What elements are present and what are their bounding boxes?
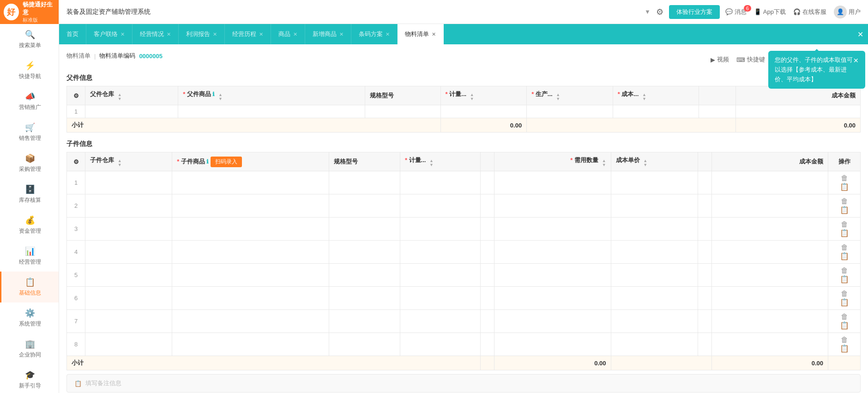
delete-icon[interactable]: 🗑 xyxy=(841,174,848,182)
delete-icon[interactable]: 🗑 xyxy=(841,197,848,205)
cell-qty[interactable] xyxy=(494,287,611,310)
copy-icon[interactable]: 📋 xyxy=(840,229,849,237)
sidebar-item-inventory[interactable]: 🗄️ 库存核算 xyxy=(0,179,59,210)
copy-icon[interactable]: 📋 xyxy=(840,183,849,191)
cell-product[interactable] xyxy=(178,105,365,118)
cell-product[interactable] xyxy=(172,264,329,287)
cell-spec[interactable] xyxy=(365,105,440,118)
copy-icon[interactable]: 📋 xyxy=(840,206,849,214)
cell-spec[interactable] xyxy=(329,264,400,287)
cell-product[interactable] xyxy=(172,333,329,356)
cell-qty[interactable] xyxy=(494,333,611,356)
cell-spec[interactable] xyxy=(329,287,400,310)
cell-unit-price[interactable] xyxy=(611,333,698,356)
cell-warehouse[interactable] xyxy=(85,218,172,241)
view-action[interactable]: ▶ 视频 xyxy=(711,55,729,64)
tooltip-close-button[interactable]: ✕ xyxy=(853,55,859,66)
cell-unit-price[interactable] xyxy=(611,218,698,241)
tab-home[interactable]: 首页 xyxy=(59,24,86,44)
cell-product[interactable] xyxy=(172,171,329,194)
settings-icon[interactable]: ⚙ xyxy=(656,7,663,17)
copy-icon[interactable]: 📋 xyxy=(840,321,849,329)
cell-unit[interactable] xyxy=(400,171,481,194)
sidebar-item-sales[interactable]: 🛒 销售管理 xyxy=(0,117,59,148)
cell-unit-price[interactable] xyxy=(611,241,698,264)
message-button[interactable]: 💬 消息 6 xyxy=(725,8,747,16)
cell-unit[interactable] xyxy=(400,241,481,264)
cell-warehouse[interactable] xyxy=(85,105,178,118)
cell-unit-price[interactable] xyxy=(611,264,698,287)
cell-warehouse[interactable] xyxy=(85,171,172,194)
close-icon[interactable]: ✕ xyxy=(121,31,125,37)
cell-unit-price[interactable] xyxy=(611,171,698,194)
cell-unit[interactable] xyxy=(400,310,481,333)
delete-icon[interactable]: 🗑 xyxy=(841,290,848,297)
app-download-button[interactable]: 📱 App下载 xyxy=(754,8,786,16)
sidebar-item-basic-info[interactable]: 📋 基础信息 xyxy=(0,272,59,302)
sidebar-item-system[interactable]: ⚙️ 系统管理 xyxy=(0,302,59,333)
cell-unit[interactable] xyxy=(400,287,481,310)
delete-icon[interactable]: 🗑 xyxy=(841,243,848,251)
cell-qty[interactable] xyxy=(494,241,611,264)
scan-input-button[interactable]: 扫码录入 xyxy=(211,157,242,167)
cell-warehouse[interactable] xyxy=(85,333,172,356)
cell-spec[interactable] xyxy=(329,218,400,241)
sidebar-item-operations[interactable]: 📊 经营管理 xyxy=(0,241,59,272)
remark-text[interactable]: 填写备注信息 xyxy=(85,379,121,387)
tab-history[interactable]: 经营历程 ✕ xyxy=(225,24,271,44)
sidebar-item-quick-nav[interactable]: ⚡ 快捷导航 xyxy=(0,55,59,86)
cell-qty[interactable] xyxy=(494,194,611,218)
cell-warehouse[interactable] xyxy=(85,264,172,287)
cell-unit[interactable] xyxy=(400,264,481,287)
cell-unit[interactable] xyxy=(400,194,481,218)
user-menu[interactable]: 👤 用户 xyxy=(834,6,861,18)
cell-product[interactable] xyxy=(172,310,329,333)
tab-operations[interactable]: 经营情况 ✕ xyxy=(133,24,179,44)
delete-icon[interactable]: 🗑 xyxy=(841,266,848,274)
cell-spec[interactable] xyxy=(329,171,400,194)
cell-spec[interactable] xyxy=(329,310,400,333)
tab-bom[interactable]: 物料清单 ✕ xyxy=(398,24,444,44)
close-icon[interactable]: ✕ xyxy=(259,31,263,37)
cell-unit[interactable] xyxy=(400,218,481,241)
tab-barcode[interactable]: 条码方案 ✕ xyxy=(351,24,398,44)
shortcut-action[interactable]: ⌨ 快捷键 xyxy=(736,55,765,64)
cell-spec[interactable] xyxy=(329,241,400,264)
tab-profit[interactable]: 利润报告 ✕ xyxy=(179,24,225,44)
sidebar-item-marketing[interactable]: 📣 营销推广 xyxy=(0,86,59,117)
close-icon[interactable]: ✕ xyxy=(386,31,390,37)
close-icon[interactable]: ✕ xyxy=(293,31,297,37)
sidebar-item-guide[interactable]: 🎓 新手引导 xyxy=(0,364,59,393)
cell-product[interactable] xyxy=(172,194,329,218)
delete-icon[interactable]: 🗑 xyxy=(841,313,848,320)
cell-product[interactable] xyxy=(172,218,329,241)
cell-warehouse[interactable] xyxy=(85,241,172,264)
cell-unit-price[interactable] xyxy=(611,194,698,218)
delete-icon[interactable]: 🗑 xyxy=(841,336,848,344)
breadcrumb-list[interactable]: 物料清单 xyxy=(66,52,90,60)
tab-products[interactable]: 商品 ✕ xyxy=(271,24,305,44)
dropdown-arrow-icon[interactable]: ▼ xyxy=(645,8,651,15)
tab-customer[interactable]: 客户联络 ✕ xyxy=(86,24,133,44)
cell-product[interactable] xyxy=(172,241,329,264)
cell-qty[interactable] xyxy=(494,264,611,287)
trial-button[interactable]: 体验行业方案 xyxy=(669,5,720,19)
close-all-tabs-button[interactable]: ✕ xyxy=(853,30,868,39)
online-support-button[interactable]: 🎧 在线客服 xyxy=(793,8,826,16)
tab-new-product[interactable]: 新增商品 ✕ xyxy=(305,24,351,44)
cell-qty[interactable] xyxy=(494,171,611,194)
close-icon[interactable]: ✕ xyxy=(339,31,344,37)
cell-product[interactable] xyxy=(172,287,329,310)
close-icon[interactable]: ✕ xyxy=(167,31,171,37)
cell-qty[interactable] xyxy=(494,310,611,333)
close-icon[interactable]: ✕ xyxy=(213,31,217,37)
cell-production[interactable] xyxy=(527,105,613,118)
sidebar-item-search[interactable]: 🔍 搜索菜单 xyxy=(0,24,59,55)
cell-unit-price[interactable] xyxy=(611,287,698,310)
cell-warehouse[interactable] xyxy=(85,310,172,333)
copy-icon[interactable]: 📋 xyxy=(840,345,849,352)
cell-spec[interactable] xyxy=(329,194,400,218)
delete-icon[interactable]: 🗑 xyxy=(841,220,848,228)
copy-icon[interactable]: 📋 xyxy=(840,275,849,283)
cell-spec[interactable] xyxy=(329,333,400,356)
